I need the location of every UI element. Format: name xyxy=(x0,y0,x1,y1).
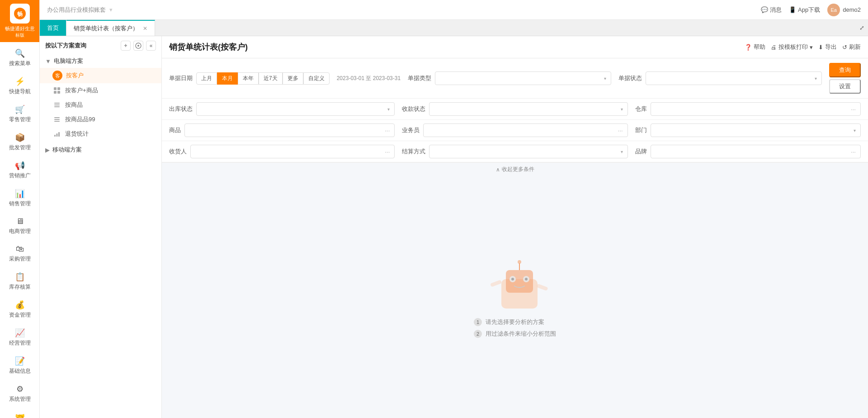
sidebar-item-basic[interactable]: 📝 基础信息 xyxy=(0,352,39,380)
sidebar-item-system[interactable]: ⚙ 系统管理 xyxy=(0,380,39,408)
svg-point-3 xyxy=(137,45,139,47)
department-select[interactable]: ▾ xyxy=(651,124,861,137)
sidebar-item-inventory[interactable]: 📋 库存核算 xyxy=(0,267,39,295)
query-button[interactable]: 查询 xyxy=(829,63,861,77)
sidebar-item-finance[interactable]: 💰 资金管理 xyxy=(0,295,39,323)
goods-select[interactable]: ··· xyxy=(184,124,395,137)
salesperson-select[interactable]: ··· xyxy=(423,124,627,137)
sidebar-item-retail-label: 零售管理 xyxy=(9,116,31,124)
sidebar: 畅 畅捷通好生意 标版 🔍 搜索菜单 ⚡ 快捷导航 🛒 零售管理 📦 批发管理 … xyxy=(0,0,40,418)
edit-scheme-button[interactable] xyxy=(133,41,143,51)
date-btn-more[interactable]: 更多 xyxy=(283,72,303,85)
svg-rect-25 xyxy=(490,280,502,287)
svg-rect-18 xyxy=(506,270,533,293)
receiver-select[interactable]: ··· xyxy=(190,145,395,158)
payment-status-filter: 收款状态 ▾ xyxy=(402,102,627,116)
brand-filter: 品牌 ··· xyxy=(635,145,861,158)
action-buttons: 查询 设置 xyxy=(829,63,861,94)
message-label: 消息 xyxy=(770,6,782,14)
date-btn-current-month[interactable]: 本月 xyxy=(217,72,238,85)
sidebar-item-purchase[interactable]: 🛍 采购管理 xyxy=(0,240,39,267)
title-actions: ❓ 帮助 🖨 按模板打印 ▾ ⬇ 导出 ↺ 刷新 xyxy=(745,43,861,51)
message-button[interactable]: 💬 消息 xyxy=(761,6,782,14)
scheme-item-by-customer-goods-label: 按客户+商品 xyxy=(65,86,98,95)
sidebar-item-retail[interactable]: 🛒 零售管理 xyxy=(0,100,39,128)
app-download-button[interactable]: 📱 App下载 xyxy=(789,6,820,14)
doc-status-label: 单据状态 xyxy=(618,74,642,82)
settlement-label: 结算方式 xyxy=(402,147,425,156)
sidebar-item-search-label: 搜索菜单 xyxy=(9,60,31,67)
doc-status-select[interactable]: ▾ xyxy=(646,71,822,85)
user-profile-button[interactable]: Ea demo2 xyxy=(827,4,861,16)
out-status-select[interactable]: ▾ xyxy=(196,102,395,116)
sidebar-item-search[interactable]: 🔍 搜索菜单 xyxy=(0,44,39,72)
sidebar-item-quick-nav[interactable]: ⚡ 快捷导航 xyxy=(0,72,39,100)
export-icon: ⬇ xyxy=(818,44,823,51)
scheme-item-by-goods99-label: 按商品品99 xyxy=(65,115,95,124)
doc-type-label: 单据类型 xyxy=(408,74,431,82)
sidebar-item-wholesale[interactable]: 📦 批发管理 xyxy=(0,128,39,156)
system-icon: ⚙ xyxy=(16,384,24,394)
tab-expand-button[interactable]: ⤢ xyxy=(856,24,868,31)
collapse-panel-button[interactable]: « xyxy=(146,41,156,51)
settings-button[interactable]: 设置 xyxy=(829,79,861,94)
doc-type-select[interactable]: ▾ xyxy=(435,71,611,85)
app-download-label: App下载 xyxy=(798,6,820,14)
payment-status-select[interactable]: ▾ xyxy=(429,102,627,116)
right-panel: 销货单统计表(按客户) ❓ 帮助 🖨 按模板打印 ▾ ⬇ 导出 xyxy=(162,36,868,418)
scheme-group-mobile-title[interactable]: ▶ 移动端方案 xyxy=(40,143,161,157)
scheme-group-desktop-title[interactable]: ▼ 电脑端方案 xyxy=(40,54,161,68)
warehouse-filter: 仓库 ··· xyxy=(635,102,861,116)
date-btn-current-year[interactable]: 本年 xyxy=(238,72,259,85)
brand-label: 品牌 xyxy=(635,147,647,156)
add-scheme-button[interactable]: + xyxy=(121,41,131,51)
payment-status-chevron-icon: ▾ xyxy=(621,107,623,112)
filter-row-1: 单据日期 上月 本月 本年 近7天 更多 自定义 2023-03-01 至 20… xyxy=(162,58,868,99)
doc-type-chevron-icon: ▾ xyxy=(604,76,606,81)
scheme-item-by-customer[interactable]: 客 按客户 xyxy=(40,68,161,83)
scheme-item-by-goods[interactable]: 按商品 xyxy=(40,98,161,112)
scheme-item-return-stats-label: 退货统计 xyxy=(65,130,89,138)
filter-row-4: 收货人 ··· 结算方式 ▾ 品牌 xyxy=(162,141,868,162)
left-panel-tools: + « xyxy=(121,41,156,51)
quicknav-icon: ⚡ xyxy=(15,76,25,86)
collapse-filter-button[interactable]: ∧ 收起更多条件 xyxy=(162,162,868,176)
export-button[interactable]: ⬇ 导出 xyxy=(818,43,837,51)
warehouse-select[interactable]: ··· xyxy=(651,102,861,116)
date-btn-last7days[interactable]: 近7天 xyxy=(259,72,283,85)
scheme-item-return-stats[interactable]: 退货统计 xyxy=(40,127,161,141)
sidebar-item-inventory-label: 库存核算 xyxy=(9,283,31,291)
svg-text:畅: 畅 xyxy=(17,11,23,17)
empty-tip-1-text: 请先选择要分析的方案 xyxy=(486,318,544,326)
print-button[interactable]: 🖨 按模板打印 ▾ xyxy=(771,43,813,51)
help-button[interactable]: ❓ 帮助 xyxy=(745,43,765,51)
svg-rect-13 xyxy=(54,121,60,122)
sidebar-item-operation[interactable]: 📈 经营管理 xyxy=(0,323,39,352)
breadcrumb: 办公用品行业模拟账套 xyxy=(47,6,106,14)
sidebar-item-ecommerce[interactable]: 🖥 电商管理 xyxy=(0,212,39,240)
sidebar-item-enterprise[interactable]: 🤝 企业协同 xyxy=(0,408,39,418)
date-btn-custom[interactable]: 自定义 xyxy=(303,72,330,85)
department-filter: 部门 ▾ xyxy=(635,124,861,137)
date-filter-group: 单据日期 上月 本月 本年 近7天 更多 自定义 2023-03-01 至 20… xyxy=(169,72,401,85)
tab-close-button[interactable]: ✕ xyxy=(143,25,147,32)
tip-num-2: 2 xyxy=(474,330,482,338)
settlement-select[interactable]: ▾ xyxy=(429,145,627,158)
brand-select[interactable]: ··· xyxy=(651,145,861,158)
tab-sales-report[interactable]: 销货单统计表（按客户） ✕ xyxy=(66,20,155,36)
refresh-button[interactable]: ↺ 刷新 xyxy=(842,43,861,51)
retail-icon: 🛒 xyxy=(15,104,25,114)
goods-filter: 商品 ··· xyxy=(169,124,395,137)
sidebar-item-sales[interactable]: 📊 销售管理 xyxy=(0,184,39,212)
scheme-item-by-goods-99[interactable]: 按商品品99 xyxy=(40,112,161,127)
svg-rect-6 xyxy=(54,91,57,94)
logo-icon: 畅 xyxy=(10,4,30,24)
sidebar-item-marketing[interactable]: 📢 营销推广 xyxy=(0,156,39,184)
scheme-item-by-customer-goods[interactable]: 按客户+商品 xyxy=(40,83,161,98)
filter-row-3: 商品 ··· 业务员 ··· 部门 xyxy=(162,120,868,141)
empty-icon xyxy=(488,256,542,311)
goods99-icon xyxy=(52,115,61,124)
marketing-icon: 📢 xyxy=(15,161,25,171)
tab-home[interactable]: 首页 xyxy=(40,20,66,36)
date-btn-last-month[interactable]: 上月 xyxy=(196,72,217,85)
